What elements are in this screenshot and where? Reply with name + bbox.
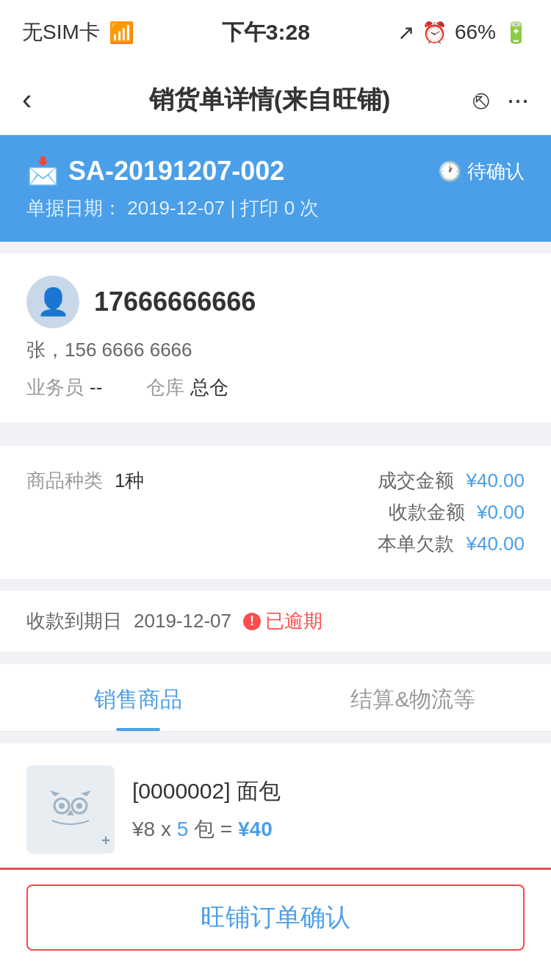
product-unit-price: ¥8 — [132, 818, 155, 840]
due-date-value: 2019-12-07 — [134, 610, 231, 633]
location-icon: ↗ — [397, 21, 414, 45]
order-icon: 📩 — [26, 156, 60, 187]
bottom-button-container: 旺铺订单确认 — [0, 868, 551, 980]
status-text: 待确认 — [467, 159, 525, 184]
order-id: 📩 SA-20191207-002 — [26, 156, 284, 187]
due-date-row: 收款到期日 2019-12-07 ! 已逾期 — [0, 591, 551, 652]
product-thumbnail: + — [26, 765, 115, 854]
customer-avatar: 👤 — [26, 275, 79, 328]
confirm-button-label: 旺铺订单确认 — [201, 901, 350, 934]
product-price: ¥8 x 5 包 = ¥40 — [132, 815, 525, 843]
product-list: + [0000002] 面包 ¥8 x 5 包 = ¥40 — [0, 743, 551, 876]
customer-name: 张，156 6666 6666 — [26, 337, 525, 363]
overdue-badge: ! 已逾期 — [243, 608, 323, 634]
product-qty: 5 — [177, 818, 189, 840]
order-date: 单据日期： 2019-12-07 | 打印 0 次 — [26, 195, 525, 221]
back-button[interactable]: ‹ — [22, 83, 66, 116]
order-date-value: 2019-12-07 — [127, 197, 225, 219]
owing-label: 本单欠款 — [378, 531, 454, 557]
owing-value: ¥40.00 — [466, 533, 525, 555]
product-item: + [0000002] 面包 ¥8 x 5 包 = ¥40 — [0, 743, 551, 876]
svg-point-3 — [76, 803, 82, 809]
due-date-label: 收款到期日 — [26, 608, 122, 634]
received-label: 收款金额 — [389, 500, 465, 525]
amounts-section: 成交金额 ¥40.00 收款金额 ¥0.00 本单欠款 ¥40.00 — [378, 468, 525, 557]
customer-phone: 17666666666 — [94, 287, 256, 317]
product-total: ¥40 — [238, 818, 273, 840]
product-unit: 包 — [194, 818, 215, 840]
divider-2 — [0, 652, 551, 664]
sales-label: 业务员 — [26, 375, 84, 400]
carrier-text: 无SIM卡 — [22, 18, 100, 46]
order-print-info: | 打印 0 次 — [230, 197, 319, 219]
more-button[interactable]: ··· — [507, 84, 529, 115]
svg-marker-5 — [50, 790, 60, 796]
amount-row: 成交金额 ¥40.00 — [378, 468, 525, 494]
product-thumb-owl-svg — [41, 788, 100, 832]
share-button[interactable]: ⎋ — [473, 84, 489, 115]
product-thumb-plus-text: + — [101, 832, 110, 849]
product-code: [0000002] — [132, 779, 230, 803]
customer-card: 👤 17666666666 张，156 6666 6666 业务员 -- 仓库 … — [0, 253, 551, 422]
product-equals: = — [220, 818, 232, 840]
order-id-text: SA-20191207-002 — [68, 156, 284, 187]
order-status: 🕐 待确认 — [438, 159, 525, 184]
status-right: ↗ ⏰ 66% 🔋 — [397, 21, 529, 45]
status-clock-icon: 🕐 — [438, 160, 461, 183]
received-value: ¥0.00 — [477, 501, 525, 524]
warehouse-value: 总仓 — [190, 375, 228, 400]
page-title: 销货单详情(来自旺铺) — [149, 83, 391, 117]
status-left: 无SIM卡 📶 — [22, 18, 134, 46]
product-type-label: 商品种类 — [26, 468, 103, 494]
nav-actions: ⎋ ··· — [473, 84, 529, 115]
tab-sales-products-label: 销售商品 — [94, 687, 182, 711]
product-multiply: x — [161, 818, 171, 840]
tab-settlement-label: 结算&物流等 — [350, 687, 475, 711]
product-name-text: 面包 — [237, 779, 281, 803]
svg-marker-6 — [81, 790, 91, 796]
nav-bar: ‹ 销货单详情(来自旺铺) ⎋ ··· — [0, 65, 551, 135]
alarm-icon: ⏰ — [422, 21, 447, 45]
sales-meta: 业务员 -- — [26, 375, 102, 400]
overdue-text: 已逾期 — [265, 608, 323, 634]
svg-point-2 — [59, 803, 65, 809]
order-header: 📩 SA-20191207-002 🕐 待确认 单据日期： 2019-12-07… — [0, 135, 551, 242]
product-type-value: 1种 — [115, 468, 144, 494]
warehouse-meta: 仓库 总仓 — [146, 375, 228, 400]
product-name: [0000002] 面包 — [132, 777, 525, 807]
status-time: 下午3:28 — [222, 18, 310, 48]
product-info: [0000002] 面包 ¥8 x 5 包 = ¥40 — [132, 777, 525, 843]
tabs-container: 销售商品 结算&物流等 — [0, 664, 551, 732]
amount-label: 成交金额 — [378, 468, 454, 494]
amount-value: ¥40.00 — [466, 469, 525, 492]
tab-settlement[interactable]: 结算&物流等 — [276, 664, 551, 731]
overdue-icon: ! — [243, 613, 261, 630]
battery-icon: 🔋 — [503, 21, 529, 45]
received-row: 收款金额 ¥0.00 — [389, 500, 525, 525]
owing-row: 本单欠款 ¥40.00 — [378, 531, 525, 557]
order-date-label: 单据日期： — [26, 197, 122, 219]
summary-card: 商品种类 1种 成交金额 ¥40.00 收款金额 ¥0.00 本单欠款 ¥40.… — [0, 446, 551, 579]
sales-value: -- — [90, 376, 102, 399]
status-bar: 无SIM卡 📶 下午3:28 ↗ ⏰ 66% 🔋 — [0, 0, 551, 65]
battery-text: 66% — [455, 21, 496, 44]
customer-meta: 业务员 -- 仓库 总仓 — [26, 375, 525, 400]
wifi-icon: 📶 — [109, 21, 134, 45]
product-type-section: 商品种类 1种 — [26, 468, 144, 494]
confirm-order-button[interactable]: 旺铺订单确认 — [26, 884, 525, 951]
tab-sales-products[interactable]: 销售商品 — [0, 664, 276, 731]
warehouse-label: 仓库 — [146, 375, 184, 400]
divider-1 — [0, 422, 551, 434]
